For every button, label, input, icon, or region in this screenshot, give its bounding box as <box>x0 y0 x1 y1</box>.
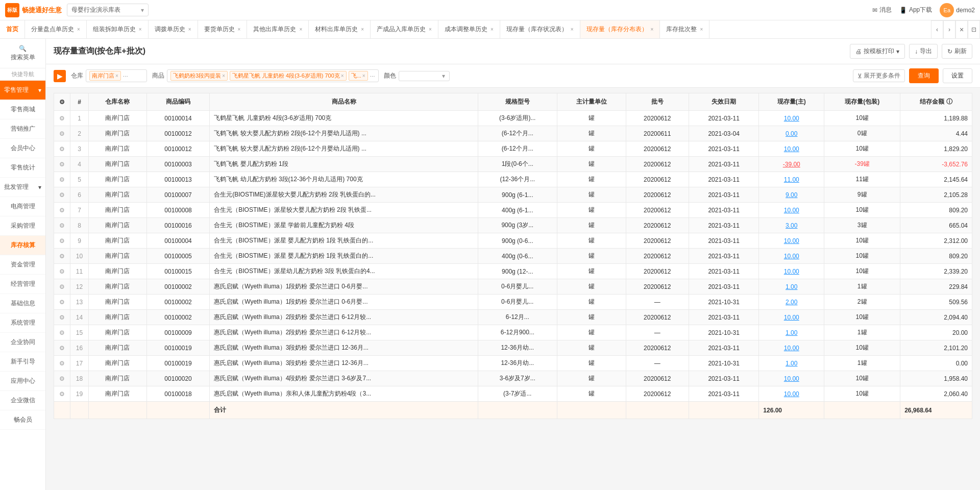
row-qty-main[interactable]: -39.00 <box>759 157 824 172</box>
row-gear[interactable]: ⚙ <box>54 187 70 203</box>
row-gear[interactable]: ⚙ <box>54 295 70 310</box>
row-gear[interactable]: ⚙ <box>54 218 70 233</box>
row-gear[interactable]: ⚙ <box>54 279 70 295</box>
sidebar-item-system[interactable]: 系统管理 <box>0 313 45 333</box>
product-tag-group[interactable]: 飞鹤奶粉3段丙提装 × 飞鹤星飞帆 儿童奶粉 4段(3-6岁适用) 700克 ×… <box>167 69 379 82</box>
company-selector[interactable]: 母婴行业演示库表 ▾ <box>67 4 149 16</box>
sidebar-item-member[interactable]: 会员中心 <box>0 139 45 158</box>
row-gear[interactable]: ⚙ <box>54 111 70 126</box>
row-gear[interactable]: ⚙ <box>54 310 70 325</box>
product-more-icon[interactable]: ··· <box>370 72 375 80</box>
tab-split[interactable]: 分量盘点单历史 × <box>25 20 87 39</box>
tag-remove-icon[interactable]: × <box>222 73 225 79</box>
query-button[interactable]: 查询 <box>909 68 939 83</box>
sidebar-item-marketing[interactable]: 营销推广 <box>0 119 45 139</box>
tab-stock-status[interactable]: 现存量（库存状况表） × <box>500 20 580 39</box>
row-gear[interactable]: ⚙ <box>54 233 70 249</box>
row-gear[interactable]: ⚙ <box>54 203 70 218</box>
row-qty-main[interactable]: 10.00 <box>759 141 824 157</box>
user-menu[interactable]: Ea demo2 <box>940 3 975 17</box>
tab-mix[interactable]: 调拨单历史 × <box>149 20 198 39</box>
sidebar-item-basic[interactable]: 基础信息 <box>0 294 45 313</box>
close-icon[interactable]: × <box>139 27 142 32</box>
tab-batch[interactable]: 库存批次整 × <box>660 20 709 39</box>
sidebar-item-finance[interactable]: 资金管理 <box>0 255 45 275</box>
row-qty-main[interactable]: 0.00 <box>759 126 824 141</box>
sidebar-item-stats[interactable]: 零售统计 <box>0 158 45 178</box>
row-qty-main[interactable]: 3.00 <box>759 218 824 233</box>
row-gear[interactable]: ⚙ <box>54 325 70 340</box>
sidebar-item-purchase[interactable]: 采购管理 <box>0 216 45 236</box>
print-button[interactable]: 🖨 按模板打印 ▾ <box>850 44 905 59</box>
tab-prev-arrow[interactable]: ‹ <box>931 20 943 39</box>
sidebar-item-management[interactable]: 经营管理 <box>0 275 45 294</box>
row-gear[interactable]: ⚙ <box>54 340 70 356</box>
close-icon[interactable]: × <box>651 27 654 32</box>
expand-conditions-button[interactable]: ⊻ 展开更多条件 <box>853 69 905 82</box>
tab-next-arrow[interactable]: › <box>943 20 955 39</box>
sidebar-item-shop[interactable]: 零售商城 <box>0 100 45 119</box>
row-qty-main[interactable]: 1.00 <box>759 356 824 371</box>
sidebar-item-enterprise[interactable]: 企业协同 <box>0 333 45 352</box>
row-gear[interactable]: ⚙ <box>54 172 70 187</box>
row-qty-main[interactable]: 10.00 <box>759 111 824 126</box>
tab-close-all[interactable]: × <box>955 20 968 39</box>
close-icon[interactable]: × <box>700 27 703 32</box>
warehouse-tag-group[interactable]: 南岸门店 × ··· <box>86 69 147 82</box>
tab-menu-arrow[interactable]: ⊡ <box>968 20 980 39</box>
sidebar-item-guide[interactable]: 新手引导 <box>0 352 45 372</box>
tag-remove-icon[interactable]: × <box>341 73 344 79</box>
row-qty-main[interactable]: 9.00 <box>759 187 824 203</box>
app-download-button[interactable]: 📱 App下载 <box>899 6 932 14</box>
tab-home[interactable]: 首页 <box>0 20 25 39</box>
row-qty-main[interactable]: 10.00 <box>759 371 824 386</box>
tab-other-out[interactable]: 其他出库单历史 × <box>247 20 309 39</box>
close-icon[interactable]: × <box>429 27 432 32</box>
row-gear[interactable]: ⚙ <box>54 126 70 141</box>
sidebar-item-retail[interactable]: 零售管理 ▾ <box>0 81 45 100</box>
close-icon[interactable]: × <box>571 27 574 32</box>
row-gear[interactable]: ⚙ <box>54 264 70 279</box>
sidebar-item-inventory[interactable]: 库存核算 <box>0 236 45 255</box>
row-qty-main[interactable]: 10.00 <box>759 386 824 402</box>
row-qty-main[interactable]: 10.00 <box>759 340 824 356</box>
filter-toggle-button[interactable]: ▶ <box>54 70 66 82</box>
tag-remove-icon[interactable]: × <box>362 73 365 79</box>
close-icon[interactable]: × <box>299 27 302 32</box>
refresh-button[interactable]: ↻ 刷新 <box>942 44 972 59</box>
row-gear[interactable]: ⚙ <box>54 249 70 264</box>
filter-more-icon[interactable]: ··· <box>123 72 128 80</box>
tab-cost-adj[interactable]: 成本调整单历史 × <box>438 20 500 39</box>
message-button[interactable]: ✉ 消息 <box>872 6 892 14</box>
row-qty-main[interactable]: 10.00 <box>759 203 824 218</box>
close-icon[interactable]: × <box>77 27 80 32</box>
close-icon[interactable]: × <box>238 27 241 32</box>
tab-material-out[interactable]: 材料出库单历史 × <box>309 20 371 39</box>
settings-button[interactable]: 设置 <box>943 68 972 83</box>
row-qty-main[interactable]: 10.00 <box>759 233 824 249</box>
color-select[interactable]: ▾ <box>399 71 450 81</box>
row-qty-main[interactable]: 1.00 <box>759 279 824 295</box>
row-gear[interactable]: ⚙ <box>54 157 70 172</box>
tag-remove-icon[interactable]: × <box>115 73 118 79</box>
row-qty-main[interactable]: 1.00 <box>759 325 824 340</box>
tab-product-in[interactable]: 产成品入库单历史 × <box>371 20 438 39</box>
close-icon[interactable]: × <box>361 27 364 32</box>
row-gear[interactable]: ⚙ <box>54 141 70 157</box>
close-icon[interactable]: × <box>491 27 494 32</box>
tab-require[interactable]: 要货单历史 × <box>198 20 248 39</box>
row-gear[interactable]: ⚙ <box>54 386 70 402</box>
row-qty-main[interactable]: 10.00 <box>759 264 824 279</box>
tab-stock-dist[interactable]: 现存量（库存分布表） × <box>580 20 660 39</box>
search-english-button[interactable]: 🔍 搜索英单 <box>3 43 43 64</box>
row-gear[interactable]: ⚙ <box>54 356 70 371</box>
sidebar-item-wholesale[interactable]: 批发管理 ▾ <box>0 178 45 197</box>
sidebar-item-vip[interactable]: 畅会员 <box>0 410 45 430</box>
sidebar-item-ecommerce[interactable]: 电商管理 <box>0 197 45 216</box>
export-button[interactable]: ↓ 导出 <box>909 44 938 59</box>
sidebar-item-wechat[interactable]: 企业微信 <box>0 391 45 410</box>
sidebar-item-appstore[interactable]: 应用中心 <box>0 372 45 391</box>
row-qty-main[interactable]: 10.00 <box>759 249 824 264</box>
close-icon[interactable]: × <box>188 27 191 32</box>
row-qty-main[interactable]: 11.00 <box>759 172 824 187</box>
